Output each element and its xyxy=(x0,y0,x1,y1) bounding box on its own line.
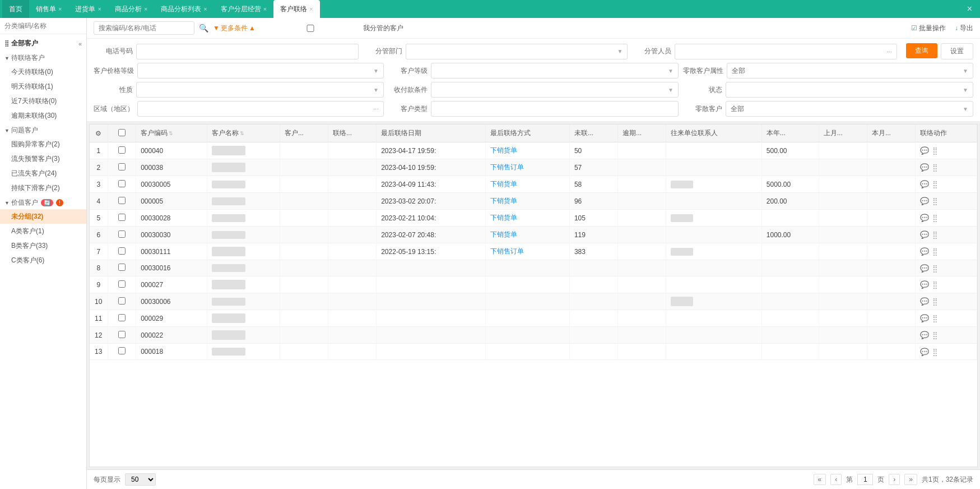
chat-icon[interactable]: 💬 xyxy=(920,264,929,273)
window-close-button[interactable]: × xyxy=(962,4,978,14)
nature-input[interactable]: ▼ xyxy=(136,82,384,98)
chat-icon[interactable]: 💬 xyxy=(920,331,929,339)
last-page-button[interactable]: » xyxy=(904,474,917,485)
grid-action-icon[interactable]: ⣿ xyxy=(932,264,938,273)
sidebar-item-churned[interactable]: 已流失客户(24) xyxy=(0,166,86,181)
grid-action-icon[interactable]: ⣿ xyxy=(932,331,938,339)
contact-method-link[interactable]: 下销货单 xyxy=(490,214,517,222)
prev-page-button[interactable]: ‹ xyxy=(830,474,842,485)
select-all-checkbox[interactable] xyxy=(118,129,126,136)
sidebar-item-tomorrow[interactable]: 明天待联络(1) xyxy=(0,79,86,94)
region-input[interactable]: ··· xyxy=(137,101,384,117)
sidebar-item-class-b[interactable]: B类客户(33) xyxy=(0,238,86,253)
grid-action-icon[interactable]: ⣿ xyxy=(932,280,938,289)
chat-icon[interactable]: 💬 xyxy=(920,197,929,205)
grid-action-icon[interactable]: ⣿ xyxy=(932,314,938,322)
contact-method-link[interactable]: 下销货单 xyxy=(490,146,517,154)
chat-icon[interactable]: 💬 xyxy=(920,214,929,222)
sidebar-item-class-a[interactable]: A类客户(1) xyxy=(0,224,86,238)
search-button[interactable]: 🔍 xyxy=(199,24,208,33)
row-checkbox xyxy=(118,347,126,354)
grid-action-icon[interactable]: ⣿ xyxy=(932,163,938,172)
col-checkbox-all[interactable] xyxy=(108,124,136,142)
chat-icon[interactable]: 💬 xyxy=(920,348,929,356)
sidebar-item-abnormal-purchase[interactable]: 囤购异常客户(2) xyxy=(0,137,86,151)
grid-action-icon[interactable]: ⣿ xyxy=(932,197,938,205)
my-customers-checkbox[interactable] xyxy=(260,25,361,32)
sidebar-search-container: 🔍 xyxy=(0,18,86,34)
grid-action-icon[interactable]: ⣿ xyxy=(932,297,938,306)
chat-icon[interactable]: 💬 xyxy=(920,247,929,256)
retail-attr-input[interactable]: 全部 ▼ xyxy=(727,63,973,79)
chat-icon[interactable]: 💬 xyxy=(920,297,929,306)
grid-action-icon[interactable]: ⣿ xyxy=(932,230,938,239)
col-settings[interactable]: ⚙ xyxy=(90,124,108,142)
tab-customer-contact[interactable]: 客户联络 × xyxy=(273,0,319,18)
status-input[interactable]: ▼ xyxy=(726,82,973,98)
sidebar-item-declining[interactable]: 持续下滑客户(2) xyxy=(0,181,86,195)
sidebar-item-7days[interactable]: 近7天待联络(0) xyxy=(0,94,86,108)
dept-input[interactable]: ▼ xyxy=(406,44,628,59)
manager-input[interactable]: ··· xyxy=(675,44,897,59)
contact-method-link[interactable]: 下销货单 xyxy=(490,180,517,188)
close-sales-order-icon[interactable]: × xyxy=(58,6,62,12)
chat-icon[interactable]: 💬 xyxy=(920,163,929,172)
sort-icon-name[interactable]: ⇅ xyxy=(240,131,244,136)
retail-customer-input[interactable]: 全部 ▼ xyxy=(726,101,973,117)
close-product-analysis-list-icon[interactable]: × xyxy=(203,6,207,12)
all-customers-header[interactable]: ⣿ 全部客户 « xyxy=(0,36,86,50)
chat-icon[interactable]: 💬 xyxy=(920,280,929,289)
close-product-analysis-icon[interactable]: × xyxy=(144,6,147,12)
tab-customer-segment[interactable]: 客户分层经营 × xyxy=(214,0,273,18)
chat-icon[interactable]: 💬 xyxy=(920,230,929,239)
grid-action-icon[interactable]: ⣿ xyxy=(932,146,938,155)
sidebar-item-today[interactable]: 今天待联络(0) xyxy=(0,64,86,79)
close-customer-segment-icon[interactable]: × xyxy=(263,6,267,12)
contact-method-link[interactable]: 下销货单 xyxy=(490,230,517,238)
reset-button[interactable]: 设置 xyxy=(941,43,973,59)
more-conditions-label: 更多条件 xyxy=(221,24,248,33)
close-customer-contact-icon[interactable]: × xyxy=(309,6,313,12)
sidebar-search-input[interactable] xyxy=(4,22,87,30)
sidebar-item-class-c[interactable]: C类客户(6) xyxy=(0,253,86,267)
contact-method-link[interactable]: 下销售订单 xyxy=(490,163,524,171)
filter-row-4: 区域（地区） ··· 客户类型 零散客户 全部 xyxy=(94,101,973,117)
chat-icon[interactable]: 💬 xyxy=(920,180,929,188)
close-purchase-order-icon[interactable]: × xyxy=(97,6,101,12)
sidebar-item-overdue[interactable]: 逾期未联络(30) xyxy=(0,108,86,123)
sidebar-item-ungroup[interactable]: 未分组(32) xyxy=(0,209,86,224)
tab-product-analysis-list[interactable]: 商品分析列表 × xyxy=(154,0,213,18)
customer-level-input[interactable]: ▼ xyxy=(431,63,679,79)
first-page-button[interactable]: « xyxy=(814,474,826,485)
customer-type-input[interactable] xyxy=(431,101,679,117)
payment-terms-input[interactable]: ▼ xyxy=(431,82,679,98)
tab-sales-order[interactable]: 销售单 × xyxy=(29,0,68,18)
contact-method-link[interactable]: 下销货单 xyxy=(490,197,517,205)
grid-action-icon[interactable]: ⣿ xyxy=(932,214,938,222)
contact-method-link[interactable]: 下销售订单 xyxy=(490,247,524,255)
per-page-select[interactable]: 50 100 200 xyxy=(125,473,156,486)
tab-purchase-order[interactable]: 进货单 × xyxy=(68,0,108,18)
collapse-icon[interactable]: « xyxy=(78,40,82,47)
search-input[interactable] xyxy=(94,21,194,35)
tab-home[interactable]: 首页 xyxy=(2,0,29,18)
grid-action-icon[interactable]: ⣿ xyxy=(932,348,938,356)
query-button[interactable]: 查询 xyxy=(906,43,937,58)
grid-action-icon[interactable]: ⣿ xyxy=(932,180,938,188)
section-value-customers[interactable]: ▼ 价值客户 🔄 ! xyxy=(0,195,86,209)
grid-action-icon[interactable]: ⣿ xyxy=(932,247,938,256)
chat-icon[interactable]: 💬 xyxy=(920,146,929,155)
section-pending-contact[interactable]: ▼ 待联络客户 xyxy=(0,50,86,64)
export-button[interactable]: ↓ 导出 xyxy=(955,24,973,33)
table-body: 1000040..亲份2023-04-17 19:59:下销货单50500.00… xyxy=(90,142,977,360)
section-problem-customers[interactable]: ▼ 问题客户 xyxy=(0,123,86,137)
tab-product-analysis[interactable]: 商品分析 × xyxy=(108,0,154,18)
price-level-input[interactable]: ▼ xyxy=(137,63,384,79)
sidebar-item-churn-warning[interactable]: 流失预警客户(3) xyxy=(0,151,86,166)
more-conditions-button[interactable]: ▼ 更多条件 ▲ xyxy=(213,24,256,33)
sort-icon-code[interactable]: ⇅ xyxy=(169,131,173,136)
next-page-button[interactable]: › xyxy=(889,474,900,485)
phone-input[interactable] xyxy=(136,44,359,59)
batch-operation-button[interactable]: ☑ 批量操作 xyxy=(911,24,946,33)
chat-icon[interactable]: 💬 xyxy=(920,314,929,322)
